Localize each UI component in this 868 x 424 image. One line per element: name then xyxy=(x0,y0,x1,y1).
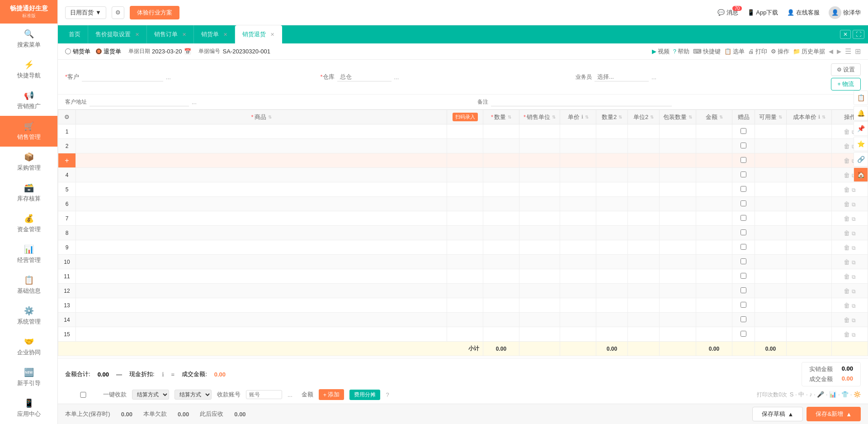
unit-price-cell[interactable] xyxy=(560,139,596,153)
cost-price-cell[interactable] xyxy=(787,124,832,139)
delete-row-icon[interactable]: 🗑 xyxy=(844,200,850,208)
product-cell[interactable] xyxy=(76,182,447,197)
address-select-btn[interactable]: ... xyxy=(192,99,197,105)
help-btn[interactable]: ?帮助 xyxy=(673,48,689,56)
available-cell[interactable] xyxy=(755,153,787,168)
quantity-cell[interactable] xyxy=(483,327,519,342)
sale-unit-cell[interactable] xyxy=(519,211,560,226)
quantity2-cell[interactable] xyxy=(596,153,628,168)
available-cell[interactable] xyxy=(755,139,787,153)
available-cell[interactable] xyxy=(755,298,787,313)
amount-cell[interactable] xyxy=(696,182,732,197)
amount-cell[interactable] xyxy=(696,313,732,327)
table-gear-icon[interactable]: ⚙ xyxy=(64,114,70,120)
sidebar-item-quick-nav[interactable]: ⚡ 快捷导航 xyxy=(0,54,57,85)
copy-row-icon[interactable]: ⧉ xyxy=(852,317,856,324)
customer-input[interactable] xyxy=(82,72,163,81)
unit2-cell[interactable] xyxy=(628,255,660,269)
gift-checkbox[interactable] xyxy=(741,302,746,308)
unit-price-cell[interactable] xyxy=(560,240,596,255)
pack-qty-cell[interactable] xyxy=(660,298,696,313)
sidebar-item-apps[interactable]: 📱 应用中心 xyxy=(0,393,57,424)
available-cell[interactable] xyxy=(755,284,787,298)
product-cell[interactable] xyxy=(76,139,447,153)
copy-row-icon[interactable]: ⧉ xyxy=(852,332,856,338)
product-cell[interactable] xyxy=(76,284,447,298)
select-btn[interactable]: 📋选单 xyxy=(724,48,745,56)
product-cell[interactable] xyxy=(76,313,447,327)
operate-btn[interactable]: ⚙操作 xyxy=(771,48,789,56)
sale-unit-cell[interactable] xyxy=(519,298,560,313)
unit2-cell[interactable] xyxy=(628,168,660,182)
quantity-cell[interactable] xyxy=(483,298,519,313)
sale-unit-cell[interactable] xyxy=(519,197,560,211)
unit2-cell[interactable] xyxy=(628,226,660,240)
logistics-button[interactable]: + 物流 xyxy=(831,78,861,91)
expense-help-icon[interactable]: ? xyxy=(386,391,389,398)
sidebar-item-purchase[interactable]: 📦 采购管理 xyxy=(0,147,57,177)
close-price-setting-tab[interactable]: ✕ xyxy=(135,32,139,38)
cost-price-cell[interactable] xyxy=(787,255,832,269)
delete-row-icon[interactable]: 🗑 xyxy=(844,143,850,150)
add-row-button[interactable]: + xyxy=(62,156,72,166)
pack-qty-cell[interactable] xyxy=(660,211,696,226)
online-service-link[interactable]: 👤 在线客服 xyxy=(787,9,820,17)
gift-checkbox[interactable] xyxy=(741,200,746,206)
gift-checkbox[interactable] xyxy=(741,229,746,235)
delete-row-icon[interactable]: 🗑 xyxy=(844,157,850,164)
unit-price-cell[interactable] xyxy=(560,124,596,139)
gift-checkbox[interactable] xyxy=(741,273,746,279)
quantity2-cell[interactable] xyxy=(596,240,628,255)
unit2-cell[interactable] xyxy=(628,182,660,197)
unit2-cell[interactable] xyxy=(628,197,660,211)
right-icon-pin[interactable]: 📌 xyxy=(854,121,868,136)
cost-price-cell[interactable] xyxy=(787,139,832,153)
sale-unit-cell[interactable] xyxy=(519,284,560,298)
tab-price-setting[interactable]: 售价提取设置 ✕ xyxy=(88,25,147,43)
quantity2-cell[interactable] xyxy=(596,211,628,226)
delete-row-icon[interactable]: 🗑 xyxy=(844,215,850,222)
cost-price-cell[interactable] xyxy=(787,182,832,197)
calendar-icon[interactable]: 📅 xyxy=(184,48,191,55)
sidebar-item-system[interactable]: ⚙️ 系统管理 xyxy=(0,300,57,331)
gift-checkbox[interactable] xyxy=(741,244,746,250)
copy-row-icon[interactable]: ⧉ xyxy=(852,187,856,193)
amount-cell[interactable] xyxy=(696,211,732,226)
customer-select-btn[interactable]: ... xyxy=(166,74,171,81)
delete-row-icon[interactable]: 🗑 xyxy=(844,302,850,309)
pack-qty-cell[interactable] xyxy=(660,197,696,211)
product-cell[interactable] xyxy=(76,197,447,211)
amount-cell[interactable] xyxy=(696,139,732,153)
tab-sales-return[interactable]: 销货退货 ✕ xyxy=(235,25,282,43)
close-all-tabs-button[interactable]: ✕ xyxy=(840,30,851,39)
save-new-button[interactable]: 保存&新增 ▲ xyxy=(807,407,861,421)
copy-row-icon[interactable]: ⧉ xyxy=(852,230,856,237)
amount-cell[interactable] xyxy=(696,153,732,168)
salesperson-select-btn[interactable]: ... xyxy=(651,74,656,81)
unit2-cell[interactable] xyxy=(628,284,660,298)
warehouse-input[interactable] xyxy=(337,72,392,81)
trial-button[interactable]: 体验行业方案 xyxy=(130,6,179,19)
quantity2-cell[interactable] xyxy=(596,226,628,240)
cost-price-cell[interactable] xyxy=(787,269,832,284)
available-cell[interactable] xyxy=(755,313,787,327)
unit2-cell[interactable] xyxy=(628,298,660,313)
tab-sales-order[interactable]: 销售订单 ✕ xyxy=(147,25,194,43)
shortcuts-btn[interactable]: ⌨快捷键 xyxy=(693,48,721,56)
quantity-cell[interactable] xyxy=(483,269,519,284)
close-sales-delivery-tab[interactable]: ✕ xyxy=(223,32,227,38)
cost-price-cell[interactable] xyxy=(787,240,832,255)
tab-sales-delivery[interactable]: 销货单 ✕ xyxy=(194,25,235,43)
unit2-cell[interactable] xyxy=(628,240,660,255)
cost-price-cell[interactable] xyxy=(787,211,832,226)
gift-cell[interactable] xyxy=(732,313,755,327)
quantity-cell[interactable] xyxy=(483,124,519,139)
video-btn[interactable]: ▶视频 xyxy=(652,48,670,56)
close-sales-order-tab[interactable]: ✕ xyxy=(182,32,186,38)
pack-qty-cell[interactable] xyxy=(660,269,696,284)
radio-sale-input[interactable] xyxy=(65,48,71,54)
app-download-link[interactable]: 📱 App下载 xyxy=(747,9,778,17)
cost-price-info-icon[interactable]: ℹ xyxy=(818,114,820,120)
delete-row-icon[interactable]: 🗑 xyxy=(844,258,850,266)
right-icon-link[interactable]: 🔗 xyxy=(854,152,868,167)
